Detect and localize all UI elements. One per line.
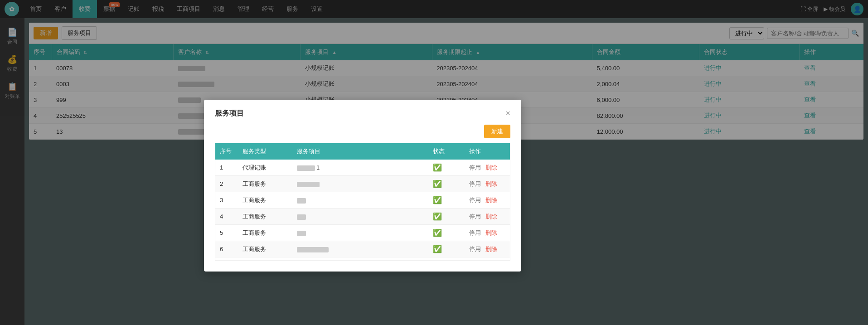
modal-cell-seq: 1	[215, 160, 238, 176]
status-check-icon: ✅	[433, 164, 442, 171]
modal-cell-actions[interactable]: 停用 删除	[465, 192, 510, 209]
modal-col-seq: 序号	[215, 143, 238, 160]
modal-cell-type: 工商服务	[238, 192, 292, 209]
modal-cell-seq: 7	[215, 257, 238, 261]
modal-cell-status: ✅	[428, 225, 465, 241]
modal-cell-status: ✅	[428, 209, 465, 225]
delete-btn[interactable]: 删除	[485, 229, 497, 236]
stop-btn[interactable]: 停用	[469, 213, 481, 220]
stop-btn[interactable]: 停用	[469, 164, 481, 171]
modal-table-row: 6 工商服务 ✅ 停用 删除	[215, 241, 510, 257]
service-items-table: 序号 服务类型 服务项目 状态 操作 1 代理记账 1 ✅ 停用 删除 2 工商…	[215, 143, 510, 261]
modal-cell-type: 代理记账	[238, 160, 292, 176]
status-check-icon: ✅	[433, 245, 442, 253]
modal-cell-item	[292, 241, 428, 257]
modal-cell-status: ✅	[428, 160, 465, 176]
delete-btn[interactable]: 删除	[485, 164, 497, 171]
modal-cell-status: ✅	[428, 176, 465, 192]
modal-cell-type: 工商服务	[238, 241, 292, 257]
modal-col-type: 服务类型	[238, 143, 292, 160]
modal-toolbar: 新建	[215, 125, 510, 138]
modal-table-row: 2 工商服务 ✅ 停用 删除	[215, 176, 510, 192]
modal-cell-actions[interactable]: 停用 删除	[465, 257, 510, 261]
delete-btn[interactable]: 删除	[485, 197, 497, 204]
modal-table-row: 5 工商服务 ✅ 停用 删除	[215, 225, 510, 241]
modal-new-btn[interactable]: 新建	[484, 125, 510, 138]
modal-cell-item	[292, 209, 428, 225]
modal-cell-actions[interactable]: 停用 删除	[465, 225, 510, 241]
modal-table-container[interactable]: 序号 服务类型 服务项目 状态 操作 1 代理记账 1 ✅ 停用 删除 2 工商…	[215, 143, 510, 261]
modal-close-btn[interactable]: ×	[505, 109, 510, 118]
modal-table-row: 1 代理记账 1 ✅ 停用 删除	[215, 160, 510, 176]
modal-table-row: 3 工商服务 ✅ 停用 删除	[215, 192, 510, 209]
modal-cell-type: 工商服务	[238, 209, 292, 225]
modal-cell-status: ✅	[428, 192, 465, 209]
modal-cell-item: 1	[292, 160, 428, 176]
modal-cell-item	[292, 257, 428, 261]
stop-btn[interactable]: 停用	[469, 246, 481, 252]
modal-cell-item	[292, 192, 428, 209]
modal-col-action: 操作	[465, 143, 510, 160]
modal-cell-actions[interactable]: 停用 删除	[465, 160, 510, 176]
modal-cell-type: 工商服务	[238, 257, 292, 261]
modal-title: 服务项目	[215, 109, 244, 118]
modal-cell-seq: 5	[215, 225, 238, 241]
delete-btn[interactable]: 删除	[485, 246, 497, 252]
modal-cell-seq: 3	[215, 192, 238, 209]
modal-col-status: 状态	[428, 143, 465, 160]
service-modal: 服务项目 × 新建 序号 服务类型 服务项目 状态 操作 1 代理记账 1 ✅ …	[204, 100, 521, 272]
modal-cell-actions[interactable]: 停用 删除	[465, 176, 510, 192]
stop-btn[interactable]: 停用	[469, 197, 481, 204]
modal-cell-actions[interactable]: 停用 删除	[465, 241, 510, 257]
modal-cell-actions[interactable]: 停用 删除	[465, 209, 510, 225]
modal-cell-seq: 6	[215, 241, 238, 257]
modal-cell-type: 工商服务	[238, 176, 292, 192]
modal-cell-seq: 4	[215, 209, 238, 225]
modal-cell-type: 工商服务	[238, 225, 292, 241]
modal-cell-item	[292, 225, 428, 241]
stop-btn[interactable]: 停用	[469, 229, 481, 236]
modal-cell-status: ✅	[428, 257, 465, 261]
modal-header: 服务项目 ×	[215, 109, 510, 118]
modal-cell-status: ✅	[428, 241, 465, 257]
modal-table-row: 4 工商服务 ✅ 停用 删除	[215, 209, 510, 225]
status-check-icon: ✅	[433, 180, 442, 188]
modal-table-row: 7 工商服务 ✅ 停用 删除	[215, 257, 510, 261]
delete-btn[interactable]: 删除	[485, 213, 497, 220]
status-check-icon: ✅	[433, 196, 442, 204]
delete-btn[interactable]: 删除	[485, 180, 497, 187]
modal-cell-item	[292, 176, 428, 192]
modal-col-item: 服务项目	[292, 143, 428, 160]
status-check-icon: ✅	[433, 213, 442, 220]
status-check-icon: ✅	[433, 229, 442, 237]
modal-cell-seq: 2	[215, 176, 238, 192]
stop-btn[interactable]: 停用	[469, 180, 481, 187]
